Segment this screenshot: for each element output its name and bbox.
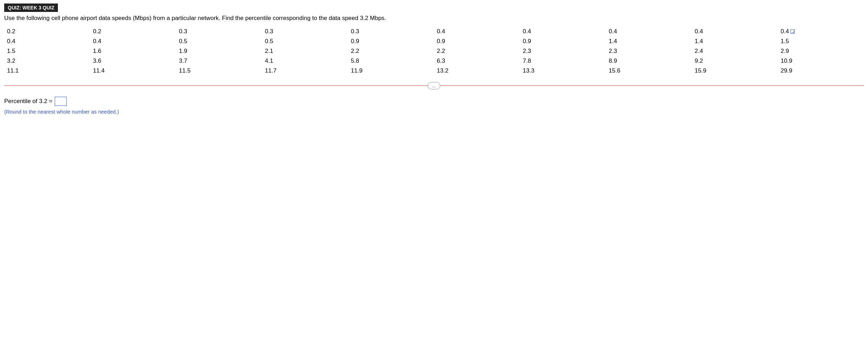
table-cell: 11.4 — [90, 66, 176, 76]
table-cell: 11.5 — [176, 66, 262, 76]
percentile-answer-input[interactable] — [55, 97, 67, 106]
table-cell: 0.4 — [4, 36, 90, 46]
table-cell: 0.4 — [606, 27, 692, 36]
table-cell: 5.8 — [348, 56, 434, 66]
table-cell: 2.9 — [778, 46, 864, 56]
percentile-row: Percentile of 3.2 = — [4, 97, 864, 106]
table-cell: 7.8 — [520, 56, 606, 66]
table-cell: 6.3 — [434, 56, 520, 66]
table-cell: 3.6 — [90, 56, 176, 66]
table-cell: 9.2 — [692, 56, 778, 66]
table-cell: 2.3 — [520, 46, 606, 56]
expand-icon[interactable] — [790, 29, 795, 34]
table-cell: 0.4 — [778, 27, 864, 36]
table-cell: 3.7 — [176, 56, 262, 66]
table-cell: 2.3 — [606, 46, 692, 56]
table-cell: 0.9 — [434, 36, 520, 46]
table-cell: 8.9 — [606, 56, 692, 66]
table-cell: 4.1 — [262, 56, 348, 66]
table-cell: 0.2 — [4, 27, 90, 36]
table-cell: 0.9 — [348, 36, 434, 46]
table-cell: 13.3 — [520, 66, 606, 76]
table-cell: 0.5 — [262, 36, 348, 46]
table-cell: 0.4 — [90, 36, 176, 46]
table-cell: 1.4 — [606, 36, 692, 46]
table-cell: 0.3 — [176, 27, 262, 36]
table-cell: 1.5 — [778, 36, 864, 46]
divider-dots: ... — [428, 82, 441, 89]
table-cell: 1.9 — [176, 46, 262, 56]
table-cell: 1.5 — [4, 46, 90, 56]
table-cell: 0.4 — [520, 27, 606, 36]
percentile-label: Percentile of 3.2 = — [4, 98, 53, 105]
table-cell: 2.4 — [692, 46, 778, 56]
table-cell: 10.9 — [778, 56, 864, 66]
table-cell: 13.2 — [434, 66, 520, 76]
table-cell: 0.9 — [520, 36, 606, 46]
data-table: 0.20.20.30.30.30.40.40.40.40.40.40.40.50… — [4, 27, 864, 76]
answer-section: Percentile of 3.2 = (Round to the neares… — [4, 97, 864, 115]
table-cell: 2.2 — [434, 46, 520, 56]
table-cell: 0.4 — [434, 27, 520, 36]
table-cell: 1.4 — [692, 36, 778, 46]
table-cell: 15.9 — [692, 66, 778, 76]
section-divider: ... — [4, 81, 864, 90]
quiz-header: Quiz: Week 3 Quiz — [4, 4, 58, 12]
table-cell: 3.2 — [4, 56, 90, 66]
table-cell: 0.3 — [348, 27, 434, 36]
table-cell: 29.9 — [778, 66, 864, 76]
table-cell: 11.1 — [4, 66, 90, 76]
table-cell: 11.7 — [262, 66, 348, 76]
round-note: (Round to the nearest whole number as ne… — [4, 109, 864, 115]
table-cell: 2.1 — [262, 46, 348, 56]
instruction-text: Use the following cell phone airport dat… — [4, 15, 864, 22]
table-cell: 0.5 — [176, 36, 262, 46]
table-cell: 0.3 — [262, 27, 348, 36]
table-cell: 2.2 — [348, 46, 434, 56]
table-cell: 11.9 — [348, 66, 434, 76]
table-cell: 15.6 — [606, 66, 692, 76]
table-cell: 1.6 — [90, 46, 176, 56]
table-cell: 0.4 — [692, 27, 778, 36]
table-cell: 0.2 — [90, 27, 176, 36]
